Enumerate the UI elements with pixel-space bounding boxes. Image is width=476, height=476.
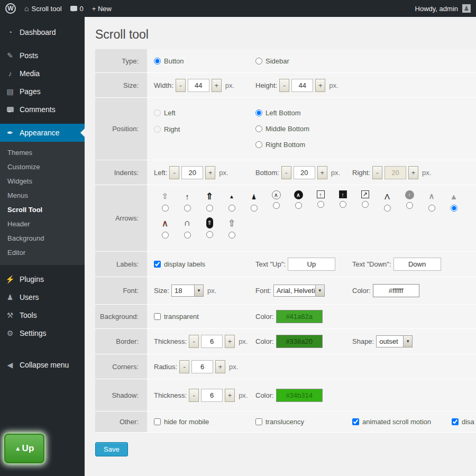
submenu-item-editor[interactable]: Editor [0,245,85,260]
indent-bottom-plus-button[interactable]: + [317,166,327,179]
arrow-style-radio[interactable] [340,201,346,208]
sidebar-item-tools[interactable]: ⚒ Tools [0,306,85,324]
translucency-option[interactable]: translucency [255,418,304,426]
submenu-item-themes[interactable]: Themes [0,145,85,160]
comments-indicator[interactable]: 0 [70,5,84,13]
sidebar-item-appearance[interactable]: ✒ Appearance [0,124,85,142]
submenu-item-scroll-tool[interactable]: Scroll Tool [0,203,85,217]
new-button[interactable]: + New [92,5,112,13]
border-thickness-input[interactable] [201,335,223,348]
border-thickness-minus-button[interactable]: - [189,335,199,348]
sidebar-item-pages[interactable]: ▤ Pages [0,83,85,100]
scroll-button-preview[interactable]: ▲ Up [4,434,44,463]
position-left-bottom-radio[interactable] [255,109,262,116]
submenu-item-widgets[interactable]: Widgets [0,174,85,188]
height-minus-button[interactable]: - [279,79,289,92]
indent-left-minus-button[interactable]: - [169,166,179,179]
hide-for-mobile-checkbox[interactable] [154,418,161,425]
text-down-input[interactable] [393,258,441,271]
indent-bottom-minus-button[interactable]: - [281,166,291,179]
corners-radius-plus-button[interactable]: + [215,360,225,373]
shadow-thickness-plus-button[interactable]: + [225,389,235,402]
arrow-style-radio[interactable] [184,232,191,239]
arrow-style-radio[interactable] [273,202,280,209]
position-right-radio[interactable] [154,126,161,133]
height-input[interactable] [291,79,313,92]
sidebar-item-plugins[interactable]: ⚡ Plugins [0,270,85,288]
font-size-select[interactable]: 18 ▼ [171,285,204,297]
howdy-menu[interactable]: Howdy, admin [415,5,458,13]
position-middle-bottom-option[interactable]: Middle Bottom [255,125,309,133]
indent-left-plus-button[interactable]: + [205,166,215,179]
shadow-thickness-minus-button[interactable]: - [189,389,199,402]
height-plus-button[interactable]: + [315,79,325,92]
transparent-checkbox[interactable] [154,313,161,320]
type-sidebar-option[interactable]: Sidebar [255,57,289,65]
indent-bottom-input[interactable] [294,166,315,179]
submenu-item-header[interactable]: Header [0,217,85,231]
sidebar-item-posts[interactable]: ✎ Posts [0,47,85,65]
text-up-input[interactable] [288,258,335,271]
shadow-thickness-input[interactable] [201,389,223,402]
border-shape-select[interactable]: outset ▼ [376,335,413,347]
background-color-input[interactable] [276,310,323,323]
animated-scroll-option[interactable]: animated scroll motion [352,418,431,426]
width-input[interactable] [188,79,209,92]
arrow-style-radio[interactable] [228,205,235,212]
arrow-style-radio[interactable] [317,201,324,208]
submenu-item-background[interactable]: Background [0,231,85,245]
position-right-option[interactable]: Right [154,125,255,133]
sidebar-item-media[interactable]: ♪ Media [0,65,85,83]
arrow-style-radio[interactable] [206,231,213,238]
type-button-radio[interactable] [154,58,161,65]
collapse-menu-button[interactable]: ◀ Collapse menu [0,356,85,374]
submenu-item-customize[interactable]: Customize [0,160,85,174]
arrow-style-radio[interactable] [206,205,213,212]
indent-right-plus-button[interactable]: + [408,166,418,179]
arrow-style-radio[interactable] [384,205,391,212]
font-color-input[interactable] [373,284,419,297]
shadow-color-input[interactable] [276,389,323,402]
arrow-style-radio[interactable] [228,232,235,239]
save-button[interactable]: Save [95,442,128,456]
indent-right-input[interactable] [385,166,406,179]
position-left-option[interactable]: Left [154,109,255,117]
width-minus-button[interactable]: - [176,79,186,92]
display-labels-checkbox[interactable] [154,261,161,268]
disable-checkbox[interactable] [452,418,459,425]
site-home-link[interactable]: ⌂ Scroll tool [24,4,62,13]
arrow-style-radio[interactable] [295,202,302,209]
avatar[interactable]: ♟ [462,4,471,13]
wordpress-logo-icon[interactable]: W [5,3,16,14]
arrow-style-radio[interactable] [406,202,413,209]
position-left-bottom-option[interactable]: Left Bottom [255,109,309,117]
font-family-select[interactable]: Arial, Helvetica ▼ [273,285,325,297]
width-plus-button[interactable]: + [212,79,222,92]
arrow-style-radio[interactable] [162,232,169,239]
disable-option[interactable]: disa [452,418,474,426]
border-thickness-plus-button[interactable]: + [225,335,235,348]
arrow-style-radio[interactable] [162,205,169,212]
type-sidebar-radio[interactable] [255,58,262,65]
arrow-style-radio[interactable] [184,205,191,212]
transparent-option[interactable]: transparent [154,313,199,321]
translucency-checkbox[interactable] [255,418,262,425]
animated-scroll-checkbox[interactable] [352,418,359,425]
indent-right-minus-button[interactable]: - [372,166,382,179]
position-middle-bottom-radio[interactable] [255,125,262,132]
corners-radius-minus-button[interactable]: - [179,360,189,373]
position-right-bottom-radio[interactable] [255,141,262,148]
submenu-item-menus[interactable]: Menus [0,188,85,203]
sidebar-item-settings[interactable]: ⚙ Settings [0,324,85,342]
display-labels-option[interactable]: display labels [154,260,205,268]
position-right-bottom-option[interactable]: Right Bottom [255,141,309,149]
arrow-style-radio[interactable] [251,205,258,212]
indent-left-input[interactable] [181,166,203,179]
arrow-style-radio[interactable] [428,205,435,212]
sidebar-item-users[interactable]: ♟ Users [0,288,85,306]
hide-for-mobile-option[interactable]: hide for mobile [154,418,209,426]
arrow-style-radio[interactable] [451,205,457,212]
sidebar-item-dashboard[interactable]: ◔ Dashboard [0,23,85,41]
border-color-input[interactable] [276,335,323,348]
corners-radius-input[interactable] [191,360,213,373]
